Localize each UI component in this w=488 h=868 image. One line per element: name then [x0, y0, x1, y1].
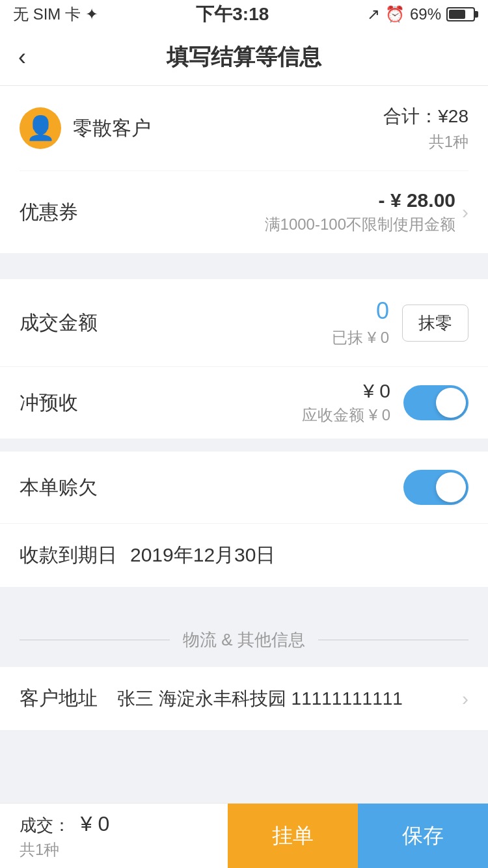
flush-sub-amount: 应收金额 ¥ 0 — [302, 405, 390, 426]
back-button[interactable]: ‹ — [18, 44, 26, 71]
alarm-icon: ⏰ — [385, 5, 405, 23]
logistics-line-left — [20, 640, 170, 640]
transaction-amount: 0 — [332, 297, 389, 325]
debt-toggle[interactable] — [403, 470, 468, 505]
bottom-count: 共1种 — [20, 839, 208, 860]
content: 👤 零散客户 合计：¥28 共1种 优惠券 - ¥ 28.00 满1000-10… — [0, 86, 488, 808]
customer-right: 合计：¥28 共1种 — [383, 104, 468, 152]
due-date-label: 收款到期日 — [20, 542, 117, 569]
transaction-deducted: 已抹 ¥ 0 — [332, 327, 389, 348]
status-left: 无 SIM 卡 ✦ — [13, 4, 98, 25]
sim-text: 无 SIM 卡 ✦ — [13, 4, 98, 25]
customer-row: 👤 零散客户 合计：¥28 共1种 — [0, 86, 488, 170]
section-sep-2 — [0, 439, 488, 452]
round-button[interactable]: 抹零 — [402, 305, 468, 342]
nav-title: 填写结算等信息 — [167, 42, 321, 72]
address-value: 张三 海淀永丰科技园 11111111111 — [117, 686, 462, 711]
flush-main-amount: ¥ 0 — [302, 380, 390, 402]
transaction-row: 成交金额 0 已抹 ¥ 0 抹零 — [0, 279, 488, 366]
coupon-discount: - ¥ 28.00 — [265, 189, 455, 211]
nav-bar: ‹ 填写结算等信息 — [0, 29, 488, 86]
flush-label: 冲预收 — [20, 390, 78, 416]
customer-card: 👤 零散客户 合计：¥28 共1种 优惠券 - ¥ 28.00 满1000-10… — [0, 86, 488, 253]
status-right: ↗ ⏰ 69% — [367, 5, 475, 23]
bottom-transaction-row: 成交： ¥ 0 — [20, 812, 208, 837]
location-icon: ↗ — [367, 5, 380, 23]
battery-percent: 69% — [410, 5, 441, 23]
bottom-bar: 成交： ¥ 0 共1种 挂单 保存 — [0, 803, 488, 868]
customer-avatar: 👤 — [20, 107, 61, 149]
coupon-label: 优惠券 — [20, 199, 78, 226]
hang-button[interactable]: 挂单 — [228, 804, 358, 869]
address-label: 客户地址 — [20, 685, 98, 712]
toggle-thumb — [436, 388, 466, 418]
logistics-header: 物流 & 其他信息 — [0, 613, 488, 667]
debt-label: 本单赊欠 — [20, 474, 98, 501]
save-button[interactable]: 保存 — [358, 804, 488, 869]
chevron-right-icon: › — [462, 201, 468, 223]
coupon-row[interactable]: 优惠券 - ¥ 28.00 满1000-100不限制使用金额 › — [0, 171, 488, 253]
bottom-transaction-label: 成交： — [20, 815, 70, 835]
flush-amounts: ¥ 0 应收金额 ¥ 0 — [302, 380, 390, 426]
back-icon: ‹ — [18, 44, 26, 70]
total-count: 共1种 — [383, 131, 468, 152]
debt-row: 本单赊欠 — [0, 452, 488, 523]
customer-name: 零散客户 — [73, 115, 151, 142]
coupon-right: - ¥ 28.00 满1000-100不限制使用金额 › — [265, 189, 468, 235]
total-amount: 合计：¥28 — [383, 104, 468, 129]
due-date-row: 收款到期日 2019年12月30日 — [0, 523, 488, 587]
status-time: 下午3:18 — [196, 2, 269, 27]
coupon-info-col: - ¥ 28.00 满1000-100不限制使用金额 — [265, 189, 455, 235]
address-row[interactable]: 客户地址 张三 海淀永丰科技园 11111111111 › — [0, 667, 488, 730]
coupon-description: 满1000-100不限制使用金额 — [265, 214, 455, 235]
transaction-amount-col: 0 已抹 ¥ 0 — [332, 297, 389, 348]
bottom-transaction-amount: ¥ 0 — [81, 812, 109, 835]
section-sep-3 — [0, 600, 488, 613]
debt-card: 本单赊欠 收款到期日 2019年12月30日 — [0, 452, 488, 587]
debt-toggle-thumb — [436, 472, 466, 502]
bottom-info: 成交： ¥ 0 共1种 — [0, 812, 228, 860]
logistics-text: 物流 & 其他信息 — [183, 629, 305, 651]
flush-toggle[interactable] — [403, 385, 468, 420]
logistics-line-right — [318, 640, 468, 640]
battery-icon — [446, 7, 475, 21]
address-chevron-icon: › — [462, 688, 468, 710]
due-date-value: 2019年12月30日 — [130, 542, 275, 569]
transaction-right: 0 已抹 ¥ 0 抹零 — [332, 297, 468, 348]
status-bar: 无 SIM 卡 ✦ 下午3:18 ↗ ⏰ 69% — [0, 0, 488, 29]
flush-row: 冲预收 ¥ 0 应收金额 ¥ 0 — [0, 366, 488, 439]
avatar-icon: 👤 — [26, 115, 55, 142]
flush-right: ¥ 0 应收金额 ¥ 0 — [302, 380, 468, 426]
transaction-section: 成交金额 0 已抹 ¥ 0 抹零 冲预收 ¥ 0 应收金额 ¥ 0 — [0, 279, 488, 439]
transaction-label: 成交金额 — [20, 310, 98, 336]
section-sep-1 — [0, 266, 488, 279]
customer-left: 👤 零散客户 — [20, 107, 151, 149]
